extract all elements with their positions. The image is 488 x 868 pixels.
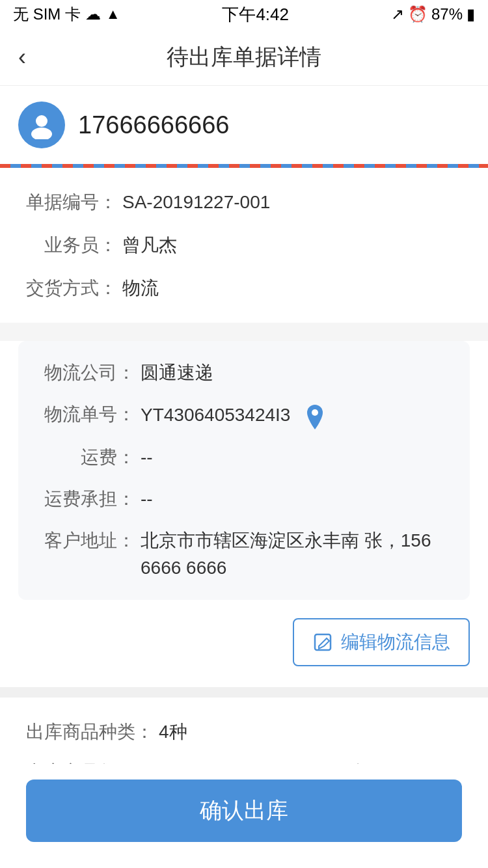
logistics-address-row: 客户地址： 北京市市辖区海淀区永丰南 张，156 6666 6666: [39, 527, 449, 582]
logistics-freight-bearer-label: 运费承担：: [39, 485, 135, 513]
product-types-label: 出库商品种类：: [26, 718, 154, 746]
delivery-method-row: 交货方式： 物流: [26, 275, 462, 302]
status-left: 无 SIM 卡 ☁ ▲: [13, 4, 120, 25]
sales-person-value: 曾凡杰: [122, 232, 462, 259]
order-info-section: 单据编号： SA-20191227-001 业务员： 曾凡杰 交货方式： 物流: [0, 168, 488, 323]
svg-point-1: [31, 128, 52, 139]
logistics-address-value: 北京市市辖区海淀区永丰南 张，156 6666 6666: [141, 527, 449, 582]
edit-icon: [312, 632, 333, 653]
logistics-tracking-no: YT43064053424I3: [141, 401, 290, 429]
confirm-label: 确认出库: [200, 796, 288, 826]
logistics-freight-row: 运费： --: [39, 444, 449, 471]
logistics-freight-bearer-value: --: [141, 485, 449, 513]
sim-label: 无 SIM 卡 ☁: [13, 4, 101, 25]
edit-button-row: 编辑物流信息: [0, 618, 488, 687]
gray-divider: [0, 687, 488, 698]
avatar: [18, 102, 65, 148]
order-no-value: SA-20191227-001: [122, 189, 462, 216]
logistics-company-label: 物流公司：: [39, 359, 135, 387]
sales-person-row: 业务员： 曾凡杰: [26, 232, 462, 259]
battery-label: 87%: [431, 5, 463, 23]
logistics-company-value: 圆通速递: [141, 359, 449, 387]
page-title: 待出库单据详情: [167, 42, 321, 72]
back-button[interactable]: ‹: [18, 44, 26, 71]
customer-header: 17666666666: [0, 86, 488, 164]
alarm-icon: ⏰: [408, 5, 427, 23]
logistics-tracking-label: 物流单号：: [39, 401, 135, 428]
svg-point-3: [312, 409, 318, 416]
edit-logistics-button[interactable]: 编辑物流信息: [293, 618, 470, 666]
delivery-method-value: 物流: [122, 275, 462, 302]
nav-bar: ‹ 待出库单据详情: [0, 29, 488, 86]
edit-logistics-label: 编辑物流信息: [341, 630, 450, 655]
order-no-label: 单据编号：: [26, 189, 117, 216]
tracking-location-icon[interactable]: [301, 401, 329, 429]
user-icon: [27, 111, 56, 139]
sales-person-label: 业务员：: [26, 232, 117, 259]
logistics-address-label: 客户地址：: [39, 527, 135, 554]
customer-phone: 17666666666: [78, 111, 229, 139]
status-bar: 无 SIM 卡 ☁ ▲ 下午4:42 ↗ ⏰ 87% ▮: [0, 0, 488, 29]
logistics-freight-bearer-row: 运费承担： --: [39, 485, 449, 513]
logistics-inner: 物流公司： 圆通速递 物流单号： YT43064053424I3 运费： --: [18, 341, 470, 600]
order-no-row: 单据编号： SA-20191227-001: [26, 189, 462, 216]
battery-icon: ▮: [467, 5, 475, 23]
logistics-card: 物流公司： 圆通速递 物流单号： YT43064053424I3 运费： --: [0, 341, 488, 687]
bottom-bar: 确认出库: [0, 764, 488, 868]
logistics-company-row: 物流公司： 圆通速递: [39, 359, 449, 387]
product-types-value: 4种: [159, 718, 187, 746]
product-types-row: 出库商品种类： 4种: [26, 718, 462, 746]
confirm-button[interactable]: 确认出库: [26, 780, 462, 842]
location-icon: ↗: [391, 5, 404, 23]
tracking-value-container: YT43064053424I3: [135, 401, 329, 429]
status-time: 下午4:42: [222, 3, 289, 26]
logistics-freight-label: 运费：: [39, 444, 135, 471]
wifi-icon: ▲: [106, 6, 120, 23]
svg-point-0: [36, 115, 47, 127]
logistics-tracking-row: 物流单号： YT43064053424I3: [39, 401, 449, 429]
logistics-freight-value: --: [141, 444, 449, 471]
status-right: ↗ ⏰ 87% ▮: [391, 5, 475, 23]
delivery-method-label: 交货方式：: [26, 275, 117, 302]
